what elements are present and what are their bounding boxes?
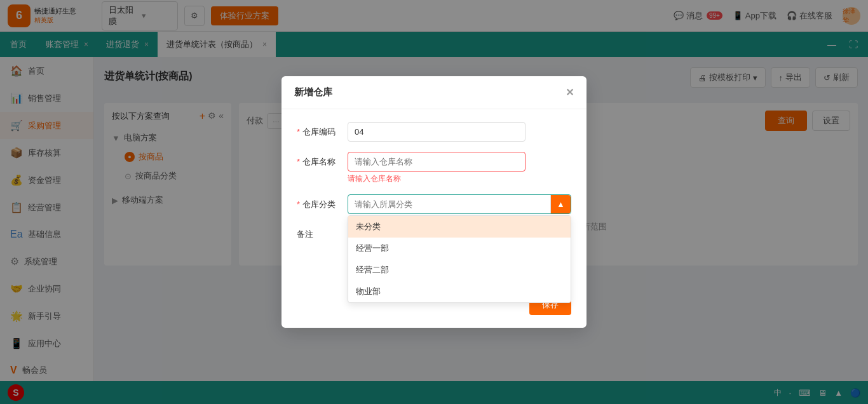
dropdown-item-property[interactable]: 物业部 [348,281,571,302]
chevron-up-icon: ▲ [557,199,565,209]
warehouse-category-field: 仓库分类 ▲ 未分类 经营一部 经 [297,194,571,214]
modal-close-button[interactable]: ✕ [566,86,574,98]
modal-title: 新增仓库 [294,86,332,98]
warehouse-code-input-wrap [348,122,571,142]
modal-header: 新增仓库 ✕ [281,76,587,109]
warehouse-category-select-wrap: ▲ 未分类 经营一部 经营二部 物业部 [348,194,571,214]
warehouse-category-label: 仓库分类 [297,194,348,210]
warehouse-code-label: 仓库编码 [297,122,348,138]
warehouse-name-field: 仓库名称 请输入仓库名称 [297,152,571,184]
dropdown-item-ops2[interactable]: 经营二部 [348,259,571,281]
dropdown-item-uncategorized[interactable]: 未分类 [348,216,571,238]
category-dropdown-list: 未分类 经营一部 经营二部 物业部 [348,215,571,303]
modal-body: 仓库编码 仓库名称 请输入仓库名称 仓库分类 ▲ [281,109,587,287]
dropdown-item-ops1[interactable]: 经营一部 [348,238,571,259]
warehouse-note-label: 备注 [297,224,348,240]
warehouse-name-input-wrap: 请输入仓库名称 [348,152,571,184]
modal-overlay: 新增仓库 ✕ 仓库编码 仓库名称 请输入仓库名称 仓库分类 [0,0,868,404]
warehouse-code-field: 仓库编码 [297,122,571,142]
warehouse-name-input[interactable] [348,152,526,172]
category-dropdown-arrow-btn[interactable]: ▲ [550,195,571,213]
new-warehouse-modal: 新增仓库 ✕ 仓库编码 仓库名称 请输入仓库名称 仓库分类 [281,76,587,328]
warehouse-name-error: 请输入仓库名称 [348,173,571,184]
warehouse-name-label: 仓库名称 [297,152,348,168]
warehouse-category-input[interactable] [348,194,571,214]
warehouse-code-input[interactable] [348,122,526,142]
